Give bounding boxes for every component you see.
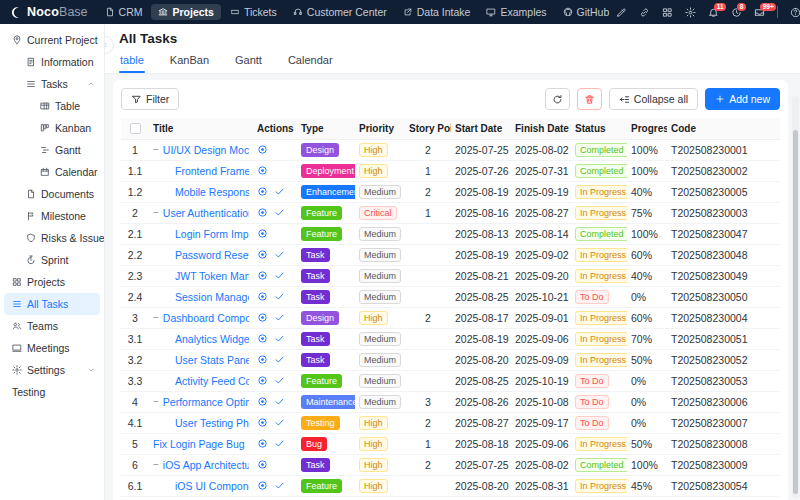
apps-grid-button[interactable] xyxy=(662,7,673,18)
complete-task-action[interactable] xyxy=(274,354,285,365)
view-task-action[interactable] xyxy=(257,480,268,491)
top-menu-item-projects[interactable]: Projects xyxy=(151,4,220,20)
filter-button[interactable]: Filter xyxy=(121,88,179,110)
sidebar-item-meetings[interactable]: Meetings xyxy=(4,337,100,359)
view-task-action[interactable] xyxy=(257,207,268,218)
type-tag: Task xyxy=(301,290,330,304)
complete-task-action[interactable] xyxy=(274,333,285,344)
view-task-action[interactable] xyxy=(257,333,268,344)
top-menu-item-tickets[interactable]: Tickets xyxy=(223,4,284,20)
complete-task-action[interactable] xyxy=(274,207,285,218)
tab-gantt[interactable]: Gantt xyxy=(234,51,263,73)
vertical-scrollbar[interactable] xyxy=(792,96,799,498)
collapse-all-button[interactable]: Collapse all xyxy=(609,88,698,110)
view-task-action[interactable] xyxy=(257,375,268,386)
top-menu-item-customer-center[interactable]: Customer Center xyxy=(286,4,394,20)
view-task-action[interactable] xyxy=(257,354,268,365)
complete-task-action[interactable] xyxy=(274,291,285,302)
task-title-link[interactable]: Session Management xyxy=(175,291,249,303)
sidebar-item-milestone[interactable]: Milestone xyxy=(4,205,100,227)
sidebar-item-tasks[interactable]: Tasks xyxy=(4,73,100,95)
complete-task-action[interactable] xyxy=(274,249,285,260)
top-menu-item-crm[interactable]: CRM xyxy=(98,4,150,20)
notifications-bell-button[interactable]: 11 xyxy=(708,7,719,18)
sidebar-item-kanban[interactable]: Kanban xyxy=(4,117,100,139)
task-title-link[interactable]: Login Form Implemen... xyxy=(175,228,249,240)
pending-tasks-clock-button[interactable]: 8 xyxy=(731,7,742,18)
task-title-link[interactable]: Performance Optimizati... xyxy=(163,396,249,408)
complete-task-action[interactable] xyxy=(274,480,285,491)
row-collapse-toggle[interactable]: − xyxy=(153,397,159,407)
task-title-link[interactable]: UI/UX Design Mockups xyxy=(163,144,249,156)
view-task-action[interactable] xyxy=(257,249,268,260)
task-title-link[interactable]: Dashboard Components xyxy=(163,312,249,324)
view-task-action[interactable] xyxy=(257,312,268,323)
task-title-link[interactable]: iOS App Architecture xyxy=(163,459,249,471)
view-task-action[interactable] xyxy=(257,417,268,428)
sidebar-item-projects[interactable]: Projects xyxy=(4,271,100,293)
sidebar-item-all-tasks[interactable]: All Tasks xyxy=(4,293,100,315)
actions-cell xyxy=(253,307,297,328)
task-title-link[interactable]: Password Reset Flow xyxy=(175,249,249,261)
sidebar-item-risks-issues[interactable]: Risks & Issues xyxy=(4,227,100,249)
row-collapse-toggle[interactable]: − xyxy=(153,208,159,218)
sidebar-item-sprint[interactable]: Sprint xyxy=(4,249,100,271)
complete-task-action[interactable] xyxy=(274,312,285,323)
top-menu-item-data-intake[interactable]: Data Intake xyxy=(396,4,478,20)
view-task-action[interactable] xyxy=(257,459,268,470)
plugin-settings-gear-button[interactable] xyxy=(685,7,696,18)
complete-task-action[interactable] xyxy=(274,186,285,197)
top-menu-item-github[interactable]: GitHub xyxy=(556,4,617,20)
row-collapse-toggle[interactable]: − xyxy=(153,460,159,470)
delete-button[interactable] xyxy=(577,88,602,110)
view-task-action[interactable] xyxy=(257,186,268,197)
tab-kanban[interactable]: KanBan xyxy=(169,51,210,73)
view-task-action[interactable] xyxy=(257,270,268,281)
sidebar-item-documents[interactable]: Documents xyxy=(4,183,100,205)
task-title-link[interactable]: Frontend Framework ... xyxy=(175,165,249,177)
view-task-action[interactable] xyxy=(257,228,268,239)
task-title-link[interactable]: Analytics Widget xyxy=(175,333,249,345)
type-cell: Feature xyxy=(297,223,355,244)
top-menu-item-examples[interactable]: Examples xyxy=(479,4,553,20)
scrollbar-thumb[interactable] xyxy=(793,130,798,494)
nocobase-logo[interactable]: NocoBase xyxy=(10,5,88,19)
complete-task-action[interactable] xyxy=(274,438,285,449)
task-title-link[interactable]: Activity Feed Compo... xyxy=(175,375,249,387)
task-title-link[interactable]: User Authentication Mo... xyxy=(163,207,249,219)
select-all-checkbox[interactable] xyxy=(130,123,141,134)
complete-task-action[interactable] xyxy=(274,396,285,407)
tab-table[interactable]: table xyxy=(119,51,145,73)
add-new-button[interactable]: Add new xyxy=(705,88,780,110)
sidebar-item-settings[interactable]: Settings xyxy=(4,359,100,381)
sidebar-item-current-project[interactable]: Current Project xyxy=(4,29,100,51)
refresh-button[interactable] xyxy=(545,88,570,110)
task-title-link[interactable]: Fix Login Page Bug xyxy=(153,438,245,450)
view-task-action[interactable] xyxy=(257,165,268,176)
tab-calendar[interactable]: Calendar xyxy=(287,51,334,73)
complete-task-action[interactable] xyxy=(274,417,285,428)
help-question-button[interactable] xyxy=(790,7,800,18)
view-task-action[interactable] xyxy=(257,396,268,407)
sidebar-item-calendar[interactable]: Calendar xyxy=(4,161,100,183)
complete-task-action[interactable] xyxy=(274,375,285,386)
sidebar-item-table[interactable]: Table xyxy=(4,95,100,117)
task-title-link[interactable]: Mobile Responsive D... xyxy=(175,186,249,198)
task-title-link[interactable]: User Testing Phase 1 xyxy=(175,417,249,429)
sidebar-item-information[interactable]: Information xyxy=(4,51,100,73)
sidebar-item-gantt[interactable]: Gantt xyxy=(4,139,100,161)
task-title-link[interactable]: iOS UI Components xyxy=(175,480,249,492)
api-link-button[interactable] xyxy=(639,7,650,18)
inbox-box-button[interactable]: 99+ xyxy=(754,7,765,18)
ui-editor-pen-button[interactable] xyxy=(616,7,627,18)
view-task-action[interactable] xyxy=(257,438,268,449)
sidebar-item-testing[interactable]: Testing xyxy=(4,381,100,403)
view-task-action[interactable] xyxy=(257,291,268,302)
sidebar-item-teams[interactable]: Teams xyxy=(4,315,100,337)
row-collapse-toggle[interactable]: − xyxy=(153,145,159,155)
complete-task-action[interactable] xyxy=(274,270,285,281)
row-collapse-toggle[interactable]: − xyxy=(153,313,159,323)
task-title-link[interactable]: User Stats Panel xyxy=(175,354,249,366)
view-task-action[interactable] xyxy=(257,144,268,155)
task-title-link[interactable]: JWT Token Managem... xyxy=(175,270,249,282)
